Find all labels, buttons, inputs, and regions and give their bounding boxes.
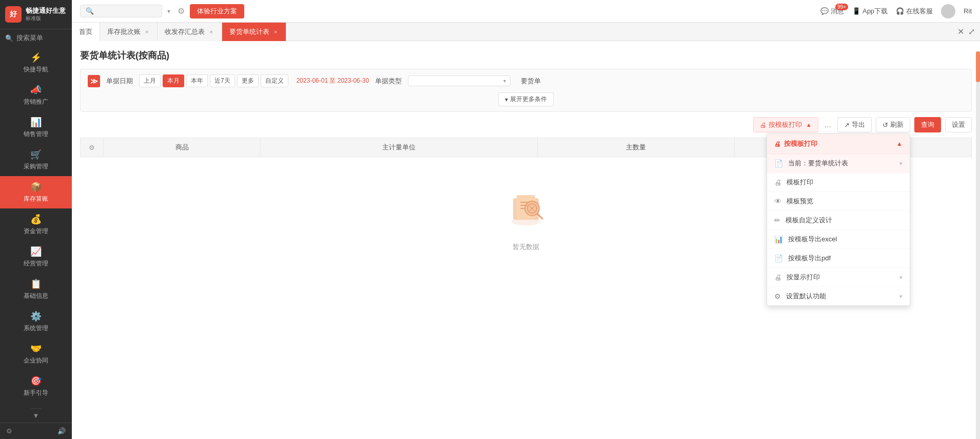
template-design-label: 模板自定义设计 bbox=[786, 216, 832, 225]
inventory-icon: 📦 bbox=[30, 181, 42, 193]
display-print-label: 按显示打印 bbox=[787, 273, 820, 282]
bill-type-select[interactable]: ▾ bbox=[408, 75, 511, 86]
dropdown-template-preview[interactable]: 👁 模板预览 bbox=[767, 192, 910, 211]
print-button[interactable]: 🖨 按模板打印 ▲ bbox=[753, 117, 818, 132]
default-settings-arrow: ▾ bbox=[899, 293, 903, 300]
top-search-box[interactable]: 🔍 bbox=[80, 5, 162, 17]
dropdown-current-template[interactable]: 📄 当前：要货单统计表 ▾ bbox=[767, 154, 910, 173]
sidebar-search[interactable]: 🔍 搜索菜单 bbox=[0, 29, 72, 47]
export-label: 导出 bbox=[852, 120, 865, 129]
bill-type-arrow: ▾ bbox=[503, 78, 506, 84]
top-search-chevron[interactable]: ▾ bbox=[167, 8, 170, 15]
messages-action[interactable]: 💬 消息 99+ bbox=[820, 7, 844, 16]
query-button[interactable]: 查询 bbox=[914, 117, 941, 132]
sidebar-item-marketing[interactable]: 📣 营销推广 bbox=[0, 79, 72, 111]
page-title: 要货单统计表(按商品) bbox=[80, 49, 972, 62]
page-content: 要货单统计表(按商品) ≫ 单据日期 上月 本月 本年 近7天 更多 自定义 2… bbox=[72, 41, 980, 439]
sidebar-scroll-down[interactable]: ▼ bbox=[0, 409, 72, 423]
user-name[interactable]: Rit bbox=[964, 7, 972, 15]
tab-inventory-batch-close[interactable]: × bbox=[144, 28, 150, 35]
template-preview-icon: 👁 bbox=[774, 197, 781, 205]
table-settings-icon[interactable]: ⚙ bbox=[87, 142, 97, 152]
export-icon: ↗ bbox=[844, 121, 850, 129]
app-download-action[interactable]: 📱 App下载 bbox=[852, 7, 888, 16]
col-quantity: 主数量 bbox=[538, 138, 735, 157]
current-template-arrow: ▾ bbox=[899, 160, 903, 167]
dropdown-display-print[interactable]: 🖨 按显示打印 ▾ bbox=[767, 268, 910, 287]
date-btn-this-year[interactable]: 本年 bbox=[186, 74, 208, 87]
basics-label: 基础信息 bbox=[24, 292, 48, 300]
top-gear-icon[interactable]: ⚙ bbox=[178, 6, 185, 16]
col-unit: 主计量单位 bbox=[261, 138, 538, 157]
tab-expand-close-icon[interactable]: ✕ bbox=[957, 27, 964, 36]
sidebar-item-operations[interactable]: 📈 经营管理 bbox=[0, 241, 72, 273]
settings-button[interactable]: 设置 bbox=[945, 117, 972, 132]
tab-requisition-stats-label: 要货单统计表 bbox=[229, 27, 269, 36]
refresh-label: 刷新 bbox=[890, 120, 904, 129]
sidebar-item-inventory[interactable]: 📦 库存算账 bbox=[0, 176, 72, 208]
search-label: 搜索菜单 bbox=[16, 33, 43, 43]
tab-expand-maximize-icon[interactable]: ⤢ bbox=[968, 27, 975, 36]
system-label: 系统管理 bbox=[24, 324, 48, 333]
basics-icon: 📋 bbox=[30, 278, 42, 290]
tab-receivables-label: 收发存汇总表 bbox=[165, 27, 205, 36]
sidebar-item-app-center[interactable]: 🔲 应用中心 bbox=[0, 403, 72, 409]
footer-settings-icon[interactable]: ⚙ bbox=[6, 427, 12, 435]
inventory-label: 库存算账 bbox=[24, 195, 48, 203]
sidebar-item-enterprise[interactable]: 🤝 企业协同 bbox=[0, 338, 72, 370]
template-preview-label: 模板预览 bbox=[787, 197, 813, 206]
footer-sound-icon[interactable]: 🔊 bbox=[57, 427, 66, 435]
dropdown-template-design[interactable]: ✏ 模板自定义设计 bbox=[767, 211, 910, 230]
date-btn-last-7-days[interactable]: 近7天 bbox=[210, 74, 235, 87]
tab-requisition-stats-close[interactable]: × bbox=[272, 28, 279, 35]
toolbar-dots[interactable]: ... bbox=[822, 120, 833, 129]
sidebar-nav: ⚡ 快捷导航 📣 营销推广 📊 销售管理 🛒 采购管理 📦 库存算账 💰 资金管… bbox=[0, 47, 72, 409]
default-settings-label: 设置默认功能 bbox=[786, 292, 826, 301]
date-buttons: 上月 本月 本年 近7天 更多 自定义 bbox=[139, 74, 288, 87]
dropdown-default-settings[interactable]: ⚙ 设置默认功能 ▾ bbox=[767, 287, 910, 306]
date-btn-custom[interactable]: 自定义 bbox=[261, 74, 288, 87]
export-button[interactable]: ↗ 导出 bbox=[837, 117, 872, 132]
tab-inventory-batch[interactable]: 库存批次账 × bbox=[100, 23, 158, 41]
refresh-button[interactable]: ↺ 刷新 bbox=[876, 117, 910, 132]
sidebar-item-finance[interactable]: 💰 资金管理 bbox=[0, 208, 72, 241]
dropdown-collapse-arrow[interactable]: ▲ bbox=[896, 140, 903, 147]
print-label: 按模板打印 bbox=[769, 120, 802, 129]
tab-receivables[interactable]: 收发存汇总表 × bbox=[158, 23, 222, 41]
date-filter-label: 单据日期 bbox=[106, 77, 133, 86]
toolbar: 🖨 按模板打印 ▲ ... ↗ 导出 ↺ 刷新 查询 设置 bbox=[80, 117, 972, 132]
top-search-input[interactable] bbox=[97, 8, 156, 15]
sidebar-item-system[interactable]: ⚙️ 系统管理 bbox=[0, 306, 72, 338]
date-btn-more[interactable]: 更多 bbox=[237, 74, 259, 87]
template-design-icon: ✏ bbox=[774, 216, 780, 224]
enterprise-icon: 🤝 bbox=[30, 343, 42, 354]
right-scrollbar[interactable] bbox=[976, 51, 980, 439]
top-search-icon: 🔍 bbox=[86, 7, 94, 15]
print-dropdown: 🖨 按模板打印 ▲ 📄 当前：要货单统计表 ▾ 🖨 模板打印 👁 模板预 bbox=[767, 133, 910, 306]
expand-conditions-button[interactable]: ▾ 展开更多条件 bbox=[498, 92, 554, 106]
purchase-label: 采购管理 bbox=[24, 162, 48, 171]
online-service-action[interactable]: 🎧 在线客服 bbox=[896, 7, 933, 16]
dropdown-template-print[interactable]: 🖨 模板打印 bbox=[767, 173, 910, 192]
filter-expand-button[interactable]: ≫ bbox=[88, 75, 100, 87]
dropdown-template-export-excel[interactable]: 📊 按模板导出excel bbox=[767, 230, 910, 249]
template-export-pdf-icon: 📄 bbox=[774, 254, 783, 262]
sidebar-item-quick-nav[interactable]: ⚡ 快捷导航 bbox=[0, 47, 72, 79]
purchase-icon: 🛒 bbox=[30, 149, 42, 160]
sidebar-item-sales[interactable]: 📊 销售管理 bbox=[0, 111, 72, 144]
date-btn-this-month[interactable]: 本月 bbox=[163, 74, 184, 87]
app-name: 畅捷通好生意 bbox=[26, 7, 66, 15]
tab-receivables-close[interactable]: × bbox=[208, 28, 214, 35]
sidebar-item-basics[interactable]: 📋 基础信息 bbox=[0, 273, 72, 306]
tab-home[interactable]: 首页 bbox=[72, 23, 100, 41]
top-bar: 🔍 ▾ ⚙ 体验行业方案 💬 消息 99+ 📱 App下载 🎧 在线客服 Rit bbox=[72, 0, 980, 23]
dropdown-print-icon: 🖨 bbox=[774, 140, 781, 148]
app-logo[interactable]: 好 畅捷通好生意 标准版 bbox=[0, 0, 72, 29]
sidebar-item-guide[interactable]: 🎯 新手引导 bbox=[0, 370, 72, 403]
avatar[interactable] bbox=[941, 4, 955, 18]
trial-button[interactable]: 体验行业方案 bbox=[190, 4, 244, 18]
date-btn-last-month[interactable]: 上月 bbox=[139, 74, 161, 87]
sidebar-item-purchase[interactable]: 🛒 采购管理 bbox=[0, 144, 72, 176]
dropdown-template-export-pdf[interactable]: 📄 按模板导出pdf bbox=[767, 249, 910, 268]
tab-requisition-stats[interactable]: 要货单统计表 × bbox=[222, 23, 286, 41]
